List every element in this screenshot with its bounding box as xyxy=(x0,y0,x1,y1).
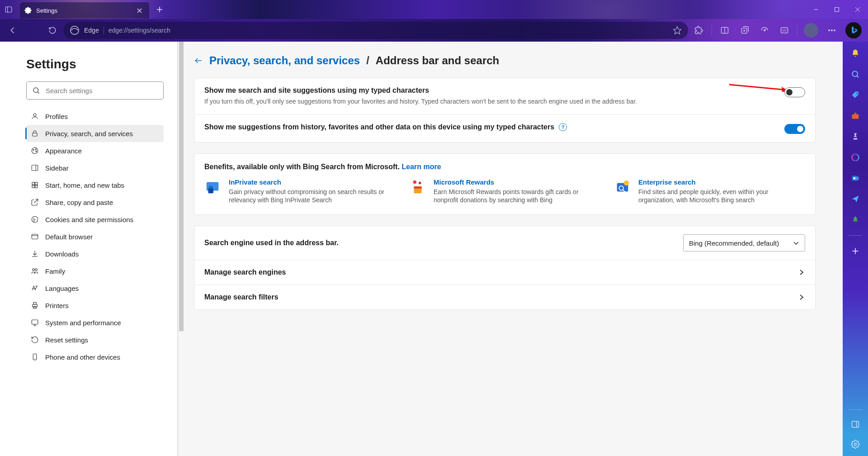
nav-start[interactable]: Start, home, and new tabs xyxy=(26,176,164,194)
grid-icon xyxy=(31,181,39,189)
maximize-button[interactable] xyxy=(826,0,847,19)
nav-default-browser[interactable]: Default browser xyxy=(26,228,164,245)
toggle-search-suggestions[interactable] xyxy=(784,87,805,97)
engine-label: Search engine used in the address bar. xyxy=(204,239,675,247)
svg-rect-8 xyxy=(835,8,839,12)
profile-avatar[interactable] xyxy=(804,23,818,38)
more-button[interactable] xyxy=(823,21,841,39)
chevron-right-icon xyxy=(798,294,805,301)
rail-add-icon[interactable] xyxy=(850,246,861,256)
benefit-title: Enterprise search xyxy=(638,178,805,186)
nav-phone[interactable]: Phone and other devices xyxy=(26,348,164,366)
help-icon[interactable]: ? xyxy=(559,123,567,131)
reload-button[interactable] xyxy=(43,21,61,39)
bing-discover-button[interactable] xyxy=(845,22,862,38)
back-button[interactable] xyxy=(4,21,22,39)
new-tab-button[interactable] xyxy=(152,2,167,17)
svg-point-76 xyxy=(852,154,859,161)
rewards-icon xyxy=(409,178,427,196)
rail-chess-icon[interactable] xyxy=(850,131,861,142)
nav-languages[interactable]: Languages xyxy=(26,280,164,297)
toggle-local-suggestions[interactable] xyxy=(784,124,805,134)
inprivate-icon xyxy=(204,178,222,196)
svg-rect-52 xyxy=(32,320,38,324)
printer-icon xyxy=(31,301,39,309)
svg-line-72 xyxy=(857,76,859,77)
manage-filters-label: Manage search filters xyxy=(204,293,790,301)
manage-engines-row[interactable]: Manage search engines xyxy=(194,260,815,285)
svg-point-30 xyxy=(35,149,36,150)
setting-description: If you turn this off, you'll only see su… xyxy=(204,97,776,106)
sidebar-scrollbar[interactable] xyxy=(178,42,184,456)
performance-button[interactable] xyxy=(755,21,774,39)
rail-outlook-icon[interactable] xyxy=(850,173,861,184)
tab-close-button[interactable] xyxy=(134,5,145,16)
svg-rect-51 xyxy=(33,306,36,309)
search-engine-dropdown[interactable]: Bing (Recommended, default) xyxy=(683,234,805,252)
paint-icon xyxy=(31,147,39,155)
nav-profiles[interactable]: Profiles xyxy=(26,108,164,125)
nav-downloads[interactable]: Downloads xyxy=(26,245,164,262)
breadcrumb-back-button[interactable] xyxy=(194,56,203,65)
svg-rect-34 xyxy=(32,182,34,185)
svg-rect-35 xyxy=(35,182,38,185)
nav-reset[interactable]: Reset settings xyxy=(26,331,164,348)
svg-point-24 xyxy=(33,88,38,93)
rail-tag-icon[interactable] xyxy=(850,90,861,100)
rail-send-icon[interactable] xyxy=(850,194,861,204)
manage-filters-row[interactable]: Manage search filters xyxy=(194,285,815,309)
svg-line-25 xyxy=(38,92,39,94)
close-button[interactable] xyxy=(847,0,868,19)
breadcrumb-parent-link[interactable]: Privacy, search, and services xyxy=(209,54,360,67)
svg-point-26 xyxy=(33,114,36,116)
svg-point-73 xyxy=(856,93,858,94)
nav-share[interactable]: Share, copy and paste xyxy=(26,194,164,211)
rail-tree-icon[interactable] xyxy=(850,214,861,225)
nav-privacy[interactable]: Privacy, search, and services xyxy=(26,125,164,142)
svg-text:VX: VX xyxy=(783,29,787,32)
svg-rect-74 xyxy=(852,114,859,119)
titlebar: Settings xyxy=(0,0,868,19)
settings-sidebar: Settings Profiles Privacy, search, and s… xyxy=(0,42,178,456)
rail-office-icon[interactable] xyxy=(850,152,861,163)
page-title: Settings xyxy=(26,57,164,71)
svg-rect-37 xyxy=(35,185,38,188)
svg-rect-80 xyxy=(855,221,856,223)
search-settings-input[interactable] xyxy=(26,81,164,100)
screenshot-button[interactable]: VX xyxy=(775,21,793,39)
collections-button[interactable] xyxy=(736,21,754,39)
rail-bell-icon[interactable] xyxy=(850,48,861,59)
svg-point-28 xyxy=(32,147,38,154)
learn-more-link[interactable]: Learn more xyxy=(402,163,441,171)
favorite-star-icon[interactable] xyxy=(673,26,682,35)
family-icon xyxy=(31,267,39,275)
minimize-button[interactable] xyxy=(806,0,826,19)
browser-tab[interactable]: Settings xyxy=(20,2,149,19)
benefit-desc: Gain privacy without compromising on sea… xyxy=(229,188,396,205)
browser-icon xyxy=(31,233,39,241)
split-screen-button[interactable] xyxy=(716,21,734,39)
extensions-button[interactable] xyxy=(690,21,708,39)
nav-family[interactable]: Family xyxy=(26,262,164,280)
svg-point-85 xyxy=(854,443,857,446)
window-controls xyxy=(806,0,868,19)
breadcrumb: Privacy, search, and services / Address … xyxy=(194,54,816,67)
gear-icon xyxy=(24,7,32,14)
rail-settings-icon[interactable] xyxy=(850,439,861,450)
nav-printers[interactable]: Printers xyxy=(26,297,164,314)
search-settings-field[interactable] xyxy=(46,87,158,95)
chevron-right-icon xyxy=(798,269,805,276)
rail-search-icon[interactable] xyxy=(850,69,861,80)
nav-appearance[interactable]: Appearance xyxy=(26,142,164,159)
lock-icon xyxy=(31,129,39,138)
rail-panel-toggle-icon[interactable] xyxy=(850,419,861,430)
address-bar[interactable]: Edge edge://settings/search xyxy=(63,22,688,39)
svg-point-46 xyxy=(33,269,35,271)
nav-cookies[interactable]: Cookies and site permissions xyxy=(26,211,164,228)
rail-briefcase-icon[interactable] xyxy=(850,110,861,121)
tab-actions-button[interactable] xyxy=(0,1,17,18)
svg-point-47 xyxy=(35,269,38,271)
enterprise-icon xyxy=(614,178,632,196)
nav-sidebar[interactable]: Sidebar xyxy=(26,159,164,176)
nav-system[interactable]: System and performance xyxy=(26,314,164,331)
